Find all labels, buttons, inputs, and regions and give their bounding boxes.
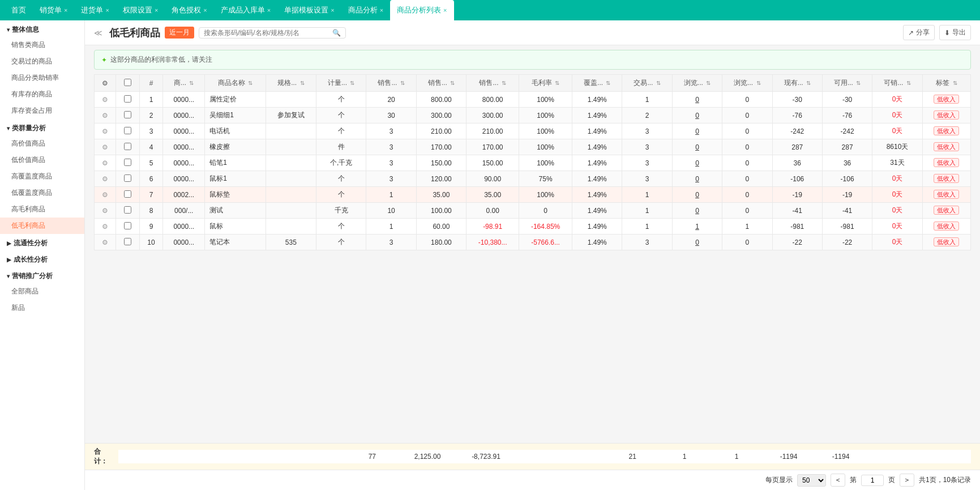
share-button[interactable]: ↗ 分享 (903, 25, 935, 40)
sidebar-group-marketing[interactable]: ▾ 营销推广分析 (0, 267, 84, 283)
cell-gear[interactable]: ⚙ (95, 171, 116, 187)
sidebar-item-sales-products[interactable]: 销售类商品 (0, 37, 84, 53)
cell-checkbox[interactable] (116, 92, 139, 108)
th-views1[interactable]: 浏览... ⇅ (672, 75, 722, 92)
th-gear[interactable]: ⚙ (95, 75, 116, 92)
cell-views1[interactable]: 0 (672, 171, 722, 187)
sidebar-item-category-sales[interactable]: 商品分类助销率 (0, 70, 84, 86)
per-page-select[interactable]: 50 100 200 (797, 474, 826, 487)
nav-close-icon6[interactable]: × (331, 7, 334, 14)
cell-gear[interactable]: ⚙ (95, 155, 116, 171)
nav-product-analysis-list[interactable]: 商品分析列表× (390, 0, 453, 20)
nav-purchase[interactable]: 进货单× (74, 0, 115, 20)
th-code[interactable]: 商... ⇅ (163, 75, 205, 92)
th-sales-price[interactable]: 销售... ⇅ (416, 75, 466, 92)
th-sales-profit[interactable]: 销售... ⇅ (467, 75, 519, 92)
row-checkbox[interactable] (124, 190, 131, 198)
cell-views1[interactable]: 0 (672, 235, 722, 250)
sidebar-item-low-coverage[interactable]: 低覆盖度商品 (0, 185, 84, 201)
sidebar-group-growth[interactable]: ▶ 成长性分析 (0, 250, 84, 267)
th-views2[interactable]: 浏览... ⇅ (722, 75, 772, 92)
nav-product-in[interactable]: 产成品入库单× (214, 0, 277, 20)
th-tag[interactable]: 标签 ⇅ (922, 75, 970, 92)
sidebar-item-all-products[interactable]: 全部商品 (0, 283, 84, 300)
nav-home[interactable]: 首页 (5, 0, 33, 20)
row-checkbox[interactable] (124, 159, 131, 166)
cell-checkbox[interactable] (116, 155, 139, 171)
nav-close-icon5[interactable]: × (267, 7, 271, 14)
th-unit[interactable]: 计量... ⇅ (316, 75, 366, 92)
cell-views1[interactable]: 0 (672, 108, 722, 123)
table-row[interactable]: ⚙ 4 0000... 橡皮擦 件 3 170.00 170.00 100% 1… (95, 139, 971, 155)
sidebar-item-stock-capital[interactable]: 库存资金占用 (0, 103, 84, 119)
sidebar-group-flow[interactable]: ▶ 流通性分析 (0, 234, 84, 250)
th-available[interactable]: 可用... ⇅ (822, 75, 872, 92)
row-checkbox[interactable] (124, 174, 131, 182)
th-current[interactable]: 现有... ⇅ (772, 75, 822, 92)
table-row[interactable]: ⚙ 10 0000... 笔记本 535 个 3 180.00 -10,380.… (95, 235, 971, 250)
nav-close-icon3[interactable]: × (155, 7, 158, 14)
cell-views1[interactable]: 0 (672, 187, 722, 203)
cell-views1[interactable]: 0 (672, 139, 722, 155)
table-row[interactable]: ⚙ 6 0000... 鼠标1 个 3 120.00 90.00 75% 1.4… (95, 171, 971, 187)
cell-checkbox[interactable] (116, 171, 139, 187)
table-row[interactable]: ⚙ 9 0000... 鼠标 个 1 60.00 -98.91 -164.85%… (95, 219, 971, 235)
nav-close-icon8[interactable]: × (443, 7, 447, 14)
cell-views1[interactable]: 0 (672, 123, 722, 139)
cell-checkbox[interactable] (116, 139, 139, 155)
search-icon[interactable]: 🔍 (332, 29, 341, 37)
cell-gear[interactable]: ⚙ (95, 139, 116, 155)
nav-close-icon2[interactable]: × (105, 7, 109, 14)
th-name[interactable]: 商品名称 ⇅ (205, 75, 266, 92)
period-button[interactable]: 近一月 (165, 27, 194, 39)
cell-checkbox[interactable] (116, 187, 139, 203)
cell-checkbox[interactable] (116, 203, 139, 219)
cell-views1[interactable]: 0 (672, 203, 722, 219)
table-row[interactable]: ⚙ 1 0000... 属性定价 个 20 800.00 800.00 100%… (95, 92, 971, 108)
cell-gear[interactable]: ⚙ (95, 219, 116, 235)
table-row[interactable]: ⚙ 2 0000... 吴细细1 参加复试 个 30 300.00 300.00… (95, 108, 971, 123)
th-checkbox[interactable] (116, 75, 139, 92)
th-transactions[interactable]: 交易... ⇅ (622, 75, 672, 92)
table-row[interactable]: ⚙ 3 0000... 电话机 个 3 210.00 210.00 100% 1… (95, 123, 971, 139)
cell-gear[interactable]: ⚙ (95, 108, 116, 123)
nav-template[interactable]: 单据模板设置× (277, 0, 341, 20)
sidebar-item-stock-products[interactable]: 有库存的商品 (0, 86, 84, 103)
nav-permissions[interactable]: 权限设置× (116, 0, 165, 20)
cell-gear[interactable]: ⚙ (95, 187, 116, 203)
sidebar-item-traded-products[interactable]: 交易过的商品 (0, 53, 84, 70)
cell-gear[interactable]: ⚙ (95, 203, 116, 219)
table-row[interactable]: ⚙ 7 0002... 鼠标垫 个 1 35.00 35.00 100% 1.4… (95, 187, 971, 203)
sidebar-item-high-value[interactable]: 高价值商品 (0, 135, 84, 152)
cell-checkbox[interactable] (116, 235, 139, 250)
sidebar-group-overall[interactable]: ▾ 整体信息 (0, 20, 84, 37)
cell-gear[interactable]: ⚙ (95, 123, 116, 139)
cell-views1[interactable]: 0 (672, 155, 722, 171)
nav-close-icon7[interactable]: × (380, 7, 383, 14)
sidebar-item-low-value[interactable]: 低价值商品 (0, 152, 84, 168)
cell-checkbox[interactable] (116, 219, 139, 235)
row-checkbox[interactable] (124, 222, 131, 229)
row-checkbox[interactable] (124, 95, 131, 103)
nav-close-icon4[interactable]: × (203, 7, 207, 14)
th-sales-qty[interactable]: 销售... ⇅ (366, 75, 416, 92)
row-checkbox[interactable] (124, 127, 131, 134)
cell-checkbox[interactable] (116, 123, 139, 139)
cell-checkbox[interactable] (116, 108, 139, 123)
nav-close-icon[interactable]: × (64, 7, 67, 14)
table-row[interactable]: ⚙ 8 000/... 测试 千克 10 100.00 0.00 0 1.49%… (95, 203, 971, 219)
cell-views1[interactable]: 1 (672, 219, 722, 235)
row-checkbox[interactable] (124, 238, 131, 245)
sidebar-item-high-margin[interactable]: 高毛利商品 (0, 201, 84, 218)
next-page-button[interactable]: ＞ (900, 474, 914, 487)
th-gross-rate[interactable]: 毛利率 ⇅ (519, 75, 572, 92)
th-spec[interactable]: 规格... ⇅ (266, 75, 316, 92)
prev-page-button[interactable]: ＜ (831, 474, 845, 487)
row-checkbox[interactable] (124, 206, 131, 214)
sidebar-group-cluster[interactable]: ▾ 类群量分析 (0, 119, 84, 135)
row-checkbox[interactable] (124, 143, 131, 150)
select-all-checkbox[interactable] (124, 79, 131, 86)
export-button[interactable]: ⬇ 导出 (939, 25, 971, 40)
table-row[interactable]: ⚙ 5 0000... 铅笔1 个,千克 3 150.00 150.00 100… (95, 155, 971, 171)
sidebar-item-high-coverage[interactable]: 高覆盖度商品 (0, 168, 84, 185)
